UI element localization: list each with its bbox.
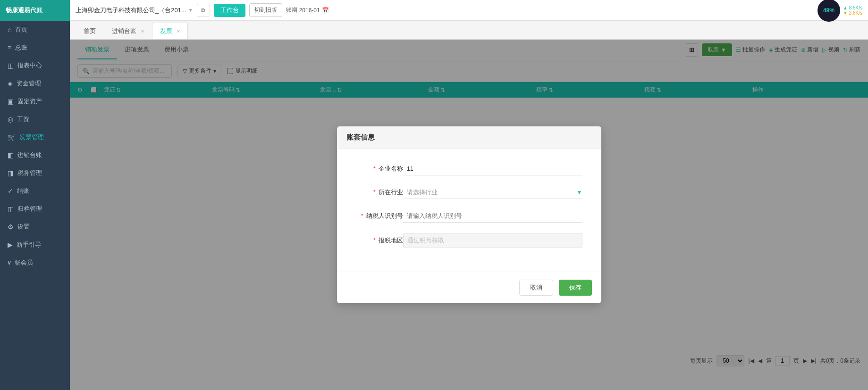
speed-badge: 49% bbox=[817, 0, 840, 22]
tab-purchase-sales[interactable]: 进销台账 × bbox=[104, 23, 152, 39]
sidebar-label-settings: 设置 bbox=[17, 223, 30, 231]
speed-up: ▲ 8.5K/s bbox=[843, 5, 862, 10]
save-button[interactable]: 保存 bbox=[559, 280, 592, 296]
modal-body: * 企业名称 * 所在行业 请选择行业 bbox=[337, 149, 601, 272]
speed-down: ▼ 2.6K/s bbox=[843, 10, 862, 16]
capital-icon: ◈ bbox=[8, 80, 13, 87]
sidebar-item-home[interactable]: ⌂ 首页 bbox=[0, 21, 70, 39]
sidebar-item-purchase-sales[interactable]: ◧ 进销台账 bbox=[0, 146, 70, 164]
close-invoice-tab[interactable]: × bbox=[177, 28, 180, 34]
modal-title: 账套信息 bbox=[337, 126, 601, 149]
member-icon: V bbox=[8, 260, 11, 266]
account-info-modal: 账套信息 * 企业名称 * 所在行业 bbox=[337, 126, 601, 303]
salary-icon: ◎ bbox=[8, 116, 13, 123]
industry-dropdown-icon: ▼ bbox=[577, 189, 582, 196]
sidebar-label-archive: 归档管理 bbox=[17, 205, 42, 213]
sidebar-item-salary[interactable]: ◎ 工资 bbox=[0, 110, 70, 128]
tabs-bar: 首页 进销台账 × 发票 × bbox=[70, 21, 868, 40]
period-value: 2016-01 bbox=[299, 7, 320, 14]
sidebar-item-invoice[interactable]: 🛒 发票管理 bbox=[0, 128, 70, 146]
tax-region-label: * 报税地区 bbox=[356, 236, 403, 245]
company-name-label: * 企业名称 bbox=[356, 165, 403, 173]
industry-label: * 所在行业 bbox=[356, 188, 403, 197]
settings-icon: ⚙ bbox=[8, 223, 14, 231]
tab-home[interactable]: 首页 bbox=[76, 23, 104, 39]
sidebar-label-reports: 报表中心 bbox=[17, 61, 42, 70]
reports-icon: ◫ bbox=[8, 62, 14, 69]
period-text-label: 账期 bbox=[286, 6, 297, 14]
top-header: 上海卯金刀电子科技有限公司_（台201... ▼ ⧉ 工作台 切到旧版 账期 2… bbox=[70, 0, 868, 21]
fixed-assets-icon: ▣ bbox=[8, 98, 14, 105]
sidebar-item-capital[interactable]: ◈ 资金管理 bbox=[0, 75, 70, 92]
sidebar-item-member[interactable]: V 畅会员 bbox=[0, 254, 70, 272]
content-area: 销项发票 进项发票 费用小票 ⊞ 取票 ▼ ☰ bbox=[70, 40, 868, 390]
sidebar-label-invoice: 发票管理 bbox=[19, 133, 44, 141]
tax-icon: ◨ bbox=[8, 169, 14, 177]
sidebar-label-guide: 新手引导 bbox=[17, 241, 41, 249]
workbench-button[interactable]: 工作台 bbox=[214, 4, 245, 17]
sidebar: 畅康通易代账 ⌂ 首页 ≡ 总账 ◫ 报表中心 ◈ 资金管理 ▣ 固定资产 ◎ … bbox=[0, 0, 70, 390]
main-area: 上海卯金刀电子科技有限公司_（台201... ▼ ⧉ 工作台 切到旧版 账期 2… bbox=[70, 0, 868, 390]
tax-region-row: * 报税地区 通过税号获取 bbox=[356, 233, 582, 248]
sidebar-label-fixed-assets: 固定资产 bbox=[17, 97, 42, 106]
archive-icon: ◫ bbox=[8, 205, 14, 213]
tax-region-placeholder: 通过税号获取 bbox=[407, 237, 444, 244]
tab-invoice[interactable]: 发票 × bbox=[152, 23, 188, 39]
company-dropdown-arrow: ▼ bbox=[188, 8, 193, 13]
industry-row: * 所在行业 请选择行业 ▼ bbox=[356, 186, 582, 199]
purchase-sales-icon: ◧ bbox=[8, 151, 14, 159]
sidebar-item-guide[interactable]: ▶ 新手引导 bbox=[0, 236, 70, 254]
sidebar-label-settlement: 结账 bbox=[17, 187, 29, 195]
modal-overlay: 账套信息 * 企业名称 * 所在行业 bbox=[70, 40, 868, 390]
tax-id-row: * 纳税人识别号 bbox=[356, 209, 582, 223]
sidebar-item-tax[interactable]: ◨ 税务管理 bbox=[0, 164, 70, 182]
sidebar-item-settlement[interactable]: ✓ 结账 bbox=[0, 182, 70, 200]
tax-id-label: * 纳税人识别号 bbox=[356, 212, 403, 220]
sidebar-label-member: 畅会员 bbox=[15, 258, 33, 267]
sidebar-label-salary: 工资 bbox=[17, 115, 29, 124]
tax-id-input[interactable] bbox=[403, 209, 582, 223]
modal-footer: 取消 保存 bbox=[337, 272, 601, 303]
industry-select[interactable]: 请选择行业 bbox=[403, 186, 577, 199]
industry-select-wrapper[interactable]: 请选择行业 ▼ bbox=[403, 186, 582, 199]
header-right: 49% ▲ 8.5K/s ▼ 2.6K/s bbox=[817, 0, 862, 22]
settlement-icon: ✓ bbox=[8, 187, 13, 195]
period-display: 账期 2016-01 📅 bbox=[286, 6, 329, 14]
ledger-icon: ≡ bbox=[8, 44, 11, 51]
app-logo: 畅康通易代账 bbox=[0, 0, 70, 21]
invoice-icon: 🛒 bbox=[8, 133, 16, 141]
company-selector[interactable]: 上海卯金刀电子科技有限公司_（台201... ▼ bbox=[76, 6, 193, 15]
company-name-input[interactable] bbox=[403, 162, 582, 175]
sidebar-item-settings[interactable]: ⚙ 设置 bbox=[0, 218, 70, 236]
sidebar-item-ledger[interactable]: ≡ 总账 bbox=[0, 39, 70, 57]
sidebar-item-reports[interactable]: ◫ 报表中心 bbox=[0, 57, 70, 75]
guide-icon: ▶ bbox=[8, 241, 13, 249]
sidebar-label-purchase-sales: 进销台账 bbox=[17, 151, 42, 159]
cancel-button[interactable]: 取消 bbox=[519, 280, 553, 296]
speed-info: ▲ 8.5K/s ▼ 2.6K/s bbox=[843, 5, 862, 16]
copy-icon: ⧉ bbox=[201, 7, 205, 14]
sidebar-label-home: 首页 bbox=[15, 25, 27, 34]
copy-icon-btn[interactable]: ⧉ bbox=[197, 4, 210, 17]
old-version-button[interactable]: 切到旧版 bbox=[249, 3, 282, 17]
sidebar-label-ledger: 总账 bbox=[15, 43, 27, 52]
close-purchase-sales-tab[interactable]: × bbox=[141, 28, 144, 34]
calendar-icon: 📅 bbox=[322, 7, 329, 14]
tax-region-display: 通过税号获取 bbox=[403, 233, 582, 248]
sidebar-item-fixed-assets[interactable]: ▣ 固定资产 bbox=[0, 92, 70, 110]
sidebar-item-archive[interactable]: ◫ 归档管理 bbox=[0, 200, 70, 218]
home-icon: ⌂ bbox=[8, 26, 11, 33]
company-name-row: * 企业名称 bbox=[356, 162, 582, 175]
speed-percent: 49% bbox=[823, 7, 834, 14]
sidebar-label-capital: 资金管理 bbox=[17, 79, 41, 88]
sidebar-label-tax: 税务管理 bbox=[17, 169, 42, 177]
company-name: 上海卯金刀电子科技有限公司_（台201... bbox=[76, 6, 186, 15]
